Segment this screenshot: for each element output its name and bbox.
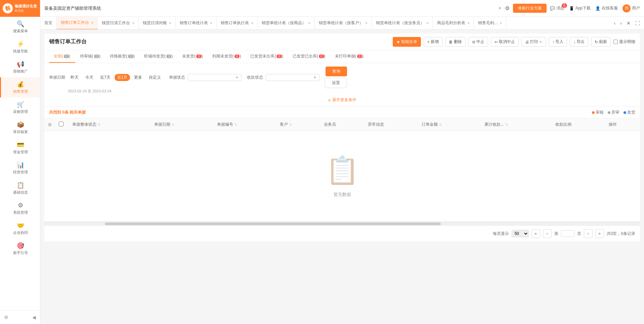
sort-status-icon[interactable]: ⇅ xyxy=(98,123,100,126)
sort-date-icon[interactable]: ⇅ xyxy=(172,123,174,126)
delete-btn[interactable]: 🗑 删除 xyxy=(445,37,466,47)
sub-tab-已发货已出库[interactable]: 已发货已出库(0) xyxy=(288,50,330,63)
sub-tab-未发货[interactable]: 未发货(0) xyxy=(177,50,208,63)
sub-tab-旺铺待发货[interactable]: 旺铺待发货(0) xyxy=(139,50,178,63)
revoke-action[interactable]: 弃审 xyxy=(608,110,619,115)
sidebar-collapse-btn[interactable]: ◀ xyxy=(31,313,37,321)
sidebar-item-经营管理[interactable]: 📊 经营管理 xyxy=(0,158,40,178)
sub-tab-待拣验货[interactable]: 待拣验货(0) xyxy=(105,50,139,63)
tab-close-btn[interactable]: × xyxy=(426,21,429,26)
user-menu[interactable]: 用 用户 xyxy=(622,4,640,12)
tab-close-btn[interactable]: × xyxy=(251,21,253,26)
prev-page-btn[interactable]: ‹ xyxy=(543,229,552,238)
tab-close-btn[interactable]: × xyxy=(308,21,310,26)
export-btn[interactable]: ↓ 导出 xyxy=(570,37,588,47)
status-select[interactable]: ▼ xyxy=(188,74,242,81)
expand-more-btn[interactable]: ∨ 展开更多条件 xyxy=(328,97,356,103)
next-page-btn[interactable]: › xyxy=(584,229,593,238)
ship-action[interactable]: 发货 xyxy=(624,110,635,115)
app-download-btn[interactable]: 📱 App下载 xyxy=(569,5,591,11)
sidebar-item-营销推广[interactable]: 📢 营销推广 xyxy=(0,57,40,77)
stop-btn[interactable]: ⊘ 中止 xyxy=(468,37,488,47)
select-all-checkbox[interactable] xyxy=(59,122,63,126)
sort-customer-icon[interactable]: ⇅ xyxy=(289,123,292,126)
smart-create-btn[interactable]: ★ 智能生单 xyxy=(393,37,421,47)
sidebar-item-新手引导[interactable]: 🎯 新手引导 xyxy=(0,239,40,259)
column-setting-icon[interactable]: ⚙ xyxy=(48,122,52,127)
per-page-select[interactable]: 50 10 20 100 xyxy=(512,230,529,237)
sidebar-item-快捷导航[interactable]: ⚡ 快捷导航 xyxy=(0,37,40,57)
tab-销货单统计表（按商品）[interactable]: 销货单统计表（按商品）× xyxy=(258,17,315,30)
industry-btn[interactable]: 体验行业方案 xyxy=(513,4,547,13)
tab-close-btn[interactable]: × xyxy=(169,21,171,26)
date-btn-昨天[interactable]: 昨天 xyxy=(68,74,81,81)
col-action: 操作 xyxy=(605,118,640,131)
sidebar-settings-btn[interactable]: ⚙ xyxy=(3,313,10,321)
tab-close-btn[interactable]: × xyxy=(500,21,502,26)
tab-钱货日清对账[interactable]: 钱货日清对账× xyxy=(139,17,176,30)
tab-销售订单工作台[interactable]: 销售订单工作台× xyxy=(57,17,98,30)
tab-close-btn[interactable]: × xyxy=(210,21,212,26)
tab-销售订单执行表[interactable]: 销售订单执行表× xyxy=(217,17,258,30)
date-btn-近7天[interactable]: 近7天 xyxy=(97,74,113,81)
last-page-btn[interactable]: » xyxy=(595,229,604,238)
print-btn[interactable]: 🖨 打印 ▼ xyxy=(521,37,546,47)
sidebar-item-系统管理[interactable]: ⚙ 系统管理 xyxy=(0,198,40,218)
table-scroll-area: ⚙ 单据整体状态⇅ 单据日期⇅ xyxy=(44,118,640,221)
sidebar-item-库存核算[interactable]: 📦 库存核算 xyxy=(0,118,40,138)
tab-首页[interactable]: 首页 xyxy=(40,17,57,30)
tab-prev-btn[interactable]: ‹ xyxy=(613,20,617,27)
sub-tab-badge: 0 xyxy=(196,54,202,58)
tab-close-btn[interactable]: × xyxy=(132,21,134,26)
sub-tab-已发货未出库[interactable]: 已发货未出库(0) xyxy=(246,50,288,63)
tab-销货单统计表（按客户）[interactable]: 销货单统计表（按客户）× xyxy=(315,17,372,30)
tab-商品毛利分析表[interactable]: 商品毛利分析表× xyxy=(433,17,474,30)
page-input[interactable]: 1 xyxy=(561,230,574,237)
sort-received-icon[interactable]: ⇅ xyxy=(505,123,508,126)
audit-action[interactable]: 审核 xyxy=(592,110,604,115)
sidebar-item-销售管理[interactable]: 💰 销售管理 xyxy=(0,77,40,97)
sidebar-item-企业协同[interactable]: 🤝 企业协同 xyxy=(0,218,40,239)
import-btn[interactable]: ↑ 导入 xyxy=(549,37,567,47)
tab-销货单统计表（按业务员）[interactable]: 销货单统计表（按业务员）× xyxy=(372,17,433,30)
cancel-stop-btn[interactable]: ↩ 取消中止 xyxy=(491,37,519,47)
tab-next-btn[interactable]: › xyxy=(619,20,623,27)
tab-expand-btn[interactable]: ⛶ xyxy=(634,20,641,27)
sub-tab-待审核[interactable]: 待审核(0) xyxy=(75,50,105,63)
system-dropdown[interactable]: ▼ xyxy=(498,6,502,10)
date-btn-更多[interactable]: 更多 xyxy=(131,74,145,81)
add-btn[interactable]: + 新增 xyxy=(424,37,442,47)
refresh-btn[interactable]: ↻ 刷新 xyxy=(591,37,611,47)
sidebar-item-采购管理[interactable]: 🛒 采购管理 xyxy=(0,97,40,118)
topbar-settings-icon[interactable]: ⚙ xyxy=(505,5,510,11)
sidebar-item-搜索菜单[interactable]: 🔍 搜索菜单 xyxy=(0,17,40,37)
tab-钱货日清工作台[interactable]: 钱货日清工作台× xyxy=(98,17,139,30)
date-btn-近1月[interactable]: 近1月 xyxy=(115,74,130,81)
tab-close-btn[interactable]: × xyxy=(91,21,93,25)
payment-select[interactable]: ▼ xyxy=(266,74,319,81)
date-btn-自定义[interactable]: 自定义 xyxy=(146,74,164,81)
first-page-btn[interactable]: « xyxy=(531,229,540,238)
message-btn[interactable]: 💬 消息 6 xyxy=(550,5,564,11)
tab-close-all-btn[interactable]: ✕ xyxy=(625,20,632,27)
horizontal-scrollbar[interactable] xyxy=(44,221,640,226)
tab-销售毛利...[interactable]: 销售毛利...× xyxy=(474,17,506,30)
show-detail-label[interactable]: 显示明细 xyxy=(613,39,635,45)
sort-number-icon[interactable]: ⇅ xyxy=(234,123,237,126)
online-service-btn[interactable]: 👤 在线客服 xyxy=(595,5,618,11)
sub-tab-全部[interactable]: 全部(0) xyxy=(49,50,75,63)
sub-tab-未打印单据[interactable]: 未打印单据(0) xyxy=(330,50,369,63)
show-detail-checkbox[interactable] xyxy=(613,40,618,44)
filter-setting-btn[interactable]: 设置 xyxy=(325,78,347,88)
sidebar-item-基础信息[interactable]: 📋 基础信息 xyxy=(0,178,40,198)
tab-销售订单统计表[interactable]: 销售订单统计表× xyxy=(176,17,217,30)
scrollbar-thumb[interactable] xyxy=(105,222,441,225)
query-btn[interactable]: 查询 xyxy=(326,67,347,76)
tab-close-btn[interactable]: × xyxy=(365,21,368,26)
sub-tab-到期未发货[interactable]: 到期未发货(0) xyxy=(208,50,246,63)
date-btn-今天[interactable]: 今天 xyxy=(83,74,96,81)
tab-close-btn[interactable]: × xyxy=(467,21,470,26)
sub-tab-badge: 0 xyxy=(234,54,240,58)
sort-amount-icon[interactable]: ⇅ xyxy=(439,123,442,126)
sidebar-item-资金管理[interactable]: 💳 资金管理 xyxy=(0,138,40,158)
